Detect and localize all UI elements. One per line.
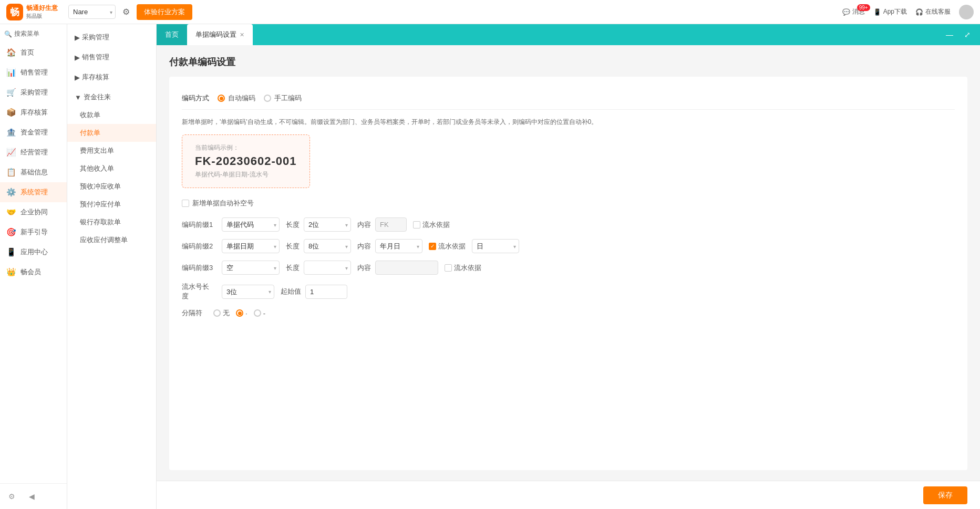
sec-item-pre-payment[interactable]: 预付冲应付单 (67, 195, 156, 213)
prefix2-length-select[interactable]: 8位 (304, 239, 351, 253)
company-selector-wrap[interactable]: Nare (68, 5, 116, 19)
secondary-sidebar: ▶ 采购管理 ▶ 销售管理 ▶ 库存核算 ▼ 资金往来 收款单 付款单 费用支出… (67, 24, 157, 509)
tab-bar: 首页 单据编码设置 ✕ — ⤢ (157, 24, 980, 45)
app-download-btn[interactable]: 📱 App下载 (873, 7, 907, 16)
prefix2-select-wrap[interactable]: 单据日期 (222, 239, 280, 253)
sep-none-radio[interactable] (213, 309, 221, 317)
sec-item-bank[interactable]: 银行存取款单 (67, 213, 156, 231)
sidebar-search[interactable]: 🔍 搜索菜单 (0, 24, 67, 43)
service-icon: 🎧 (915, 8, 923, 16)
avatar[interactable] (959, 5, 974, 19)
prefix2-select[interactable]: 单据日期 (222, 239, 280, 253)
prefix2-watermark-checkbox[interactable]: ✓ (429, 243, 436, 250)
sidebar-collapse-btn[interactable]: ◀ (24, 489, 39, 504)
message-btn[interactable]: 💬 消息 99+ (842, 7, 865, 16)
sec-label-sales: 销售管理 (82, 53, 109, 62)
serial-length-select[interactable]: 3位 (222, 285, 274, 299)
sidebar-item-finance[interactable]: 🏦 资金管理 (0, 122, 67, 142)
sec-item-adjust[interactable]: 应收应付调整单 (67, 231, 156, 249)
serial-length-wrap[interactable]: 3位 (222, 285, 274, 299)
save-button[interactable]: 保存 (923, 486, 967, 504)
prefix1-length-label: 长度 (286, 220, 300, 230)
sep-dot-radio[interactable] (236, 309, 243, 317)
prefix1-watermark-checkbox[interactable] (413, 221, 420, 228)
sidebar-search-label: 搜索菜单 (14, 29, 39, 38)
sidebar-item-member[interactable]: 👑 畅会员 (0, 262, 67, 282)
purchase-icon: 🛒 (6, 88, 16, 97)
sidebar-item-operation[interactable]: 📈 经营管理 (0, 142, 67, 162)
sidebar-item-home[interactable]: 🏠 首页 (0, 43, 67, 63)
service-label: 在线客服 (925, 7, 951, 16)
prefix3-watermark-checkbox[interactable] (445, 264, 452, 272)
manual-encode-radio[interactable] (264, 95, 271, 102)
sep-none-option[interactable]: 无 (213, 308, 230, 318)
sidebar-settings-btn[interactable]: ⚙ (4, 489, 19, 504)
sep-dash-option[interactable]: - (254, 309, 265, 317)
settings-card: 编码方式 自动编码 手工编码 新增单据时，'单据编码'自动生成，不可编辑。前缀设… (169, 77, 967, 470)
tab-expand-btn[interactable]: ⤢ (960, 27, 975, 42)
tab-close-icon[interactable]: ✕ (240, 32, 244, 38)
prefix3-length-wrap[interactable] (304, 261, 351, 275)
auto-zero-label: 新增单据自动补空号 (192, 199, 254, 208)
prefix3-select-wrap[interactable]: 空 (222, 261, 280, 275)
sep-dot-option[interactable]: · (236, 309, 247, 317)
sep-dash-label: - (263, 309, 265, 317)
serial-row: 流水号长度 3位 起始值 (182, 282, 955, 301)
prefix1-content-group: 内容 (357, 217, 407, 232)
sec-item-receipt[interactable]: 收款单 (67, 106, 156, 124)
sidebar-item-purchase[interactable]: 🛒 采购管理 (0, 82, 67, 102)
apps-icon: 📱 (6, 247, 16, 257)
sidebar-item-system[interactable]: ⚙️ 系统管理 (0, 182, 67, 202)
app-name: 畅通好生意 (26, 4, 58, 13)
sidebar-item-apps[interactable]: 📱 应用中心 (0, 242, 67, 262)
sec-group-finance: ▼ 资金往来 收款单 付款单 费用支出单 其他收入单 预收冲应收单 预付冲应付单… (67, 88, 156, 249)
sales-icon: 📊 (6, 68, 16, 77)
prefix3-select[interactable]: 空 (222, 261, 280, 275)
sidebar-item-base[interactable]: 📋 基础信息 (0, 162, 67, 182)
sidebar-item-guide[interactable]: 🎯 新手引导 (0, 222, 67, 242)
prefix2-content-select[interactable]: 年月日 (375, 239, 422, 253)
trial-btn[interactable]: 体验行业方案 (137, 4, 192, 20)
prefix1-select-wrap[interactable]: 单据代码 (222, 217, 280, 232)
sep-dash-radio[interactable] (254, 309, 261, 317)
company-selector[interactable]: Nare (68, 5, 116, 19)
sidebar-label-sales: 销售管理 (20, 68, 48, 77)
prefix2-row: 编码前缀2 单据日期 长度 8位 (182, 239, 955, 253)
auto-zero-checkbox[interactable] (182, 200, 189, 207)
prefix2-length-wrap[interactable]: 8位 (304, 239, 351, 253)
prefix1-label: 编码前缀1 (182, 220, 215, 230)
sidebar-item-sales[interactable]: 📊 销售管理 (0, 63, 67, 82)
serial-start-input[interactable] (305, 285, 347, 299)
tab-doc-code[interactable]: 单据编码设置 ✕ (187, 24, 253, 45)
sidebar-item-corp[interactable]: 🤝 企业协同 (0, 202, 67, 222)
sec-header-finance[interactable]: ▼ 资金往来 (67, 88, 156, 106)
sec-item-expense[interactable]: 费用支出单 (67, 142, 156, 160)
prefix1-select[interactable]: 单据代码 (222, 217, 280, 232)
chevron-right-icon: ▶ (75, 34, 80, 41)
sec-item-other-income[interactable]: 其他收入单 (67, 160, 156, 178)
tab-minimize-btn[interactable]: — (942, 27, 957, 42)
tab-home[interactable]: 首页 (157, 24, 187, 45)
sec-header-inventory[interactable]: ▶ 库存核算 (67, 68, 156, 86)
settings-icon[interactable]: ⚙ (119, 5, 133, 19)
doc-code-tab-label: 单据编码设置 (195, 30, 236, 39)
sidebar-item-inventory[interactable]: 📦 库存核算 (0, 102, 67, 122)
sec-item-pre-receipt[interactable]: 预收冲应收单 (67, 178, 156, 195)
auto-encode-option[interactable]: 自动编码 (218, 94, 255, 103)
base-icon: 📋 (6, 168, 16, 177)
auto-encode-radio[interactable] (218, 95, 225, 102)
prefix2-content-wrap[interactable]: 年月日 (375, 239, 422, 253)
prefix1-length-select[interactable]: 2位 (304, 217, 351, 232)
prefix2-unit-select[interactable]: 日 (472, 239, 519, 253)
sec-header-purchase[interactable]: ▶ 采购管理 (67, 28, 156, 46)
prefix2-unit-wrap[interactable]: 日 (472, 239, 519, 253)
service-btn[interactable]: 🎧 在线客服 (915, 7, 951, 16)
sidebar-label-operation: 经营管理 (20, 148, 48, 157)
prefix3-length-select[interactable] (304, 261, 351, 275)
sidebar-label-home: 首页 (20, 48, 34, 57)
sec-header-sales[interactable]: ▶ 销售管理 (67, 48, 156, 66)
prefix1-length-wrap[interactable]: 2位 (304, 217, 351, 232)
sec-item-payment[interactable]: 付款单 (67, 124, 156, 142)
top-nav: Nare ⚙ 体验行业方案 (68, 4, 838, 20)
manual-encode-option[interactable]: 手工编码 (264, 94, 302, 103)
